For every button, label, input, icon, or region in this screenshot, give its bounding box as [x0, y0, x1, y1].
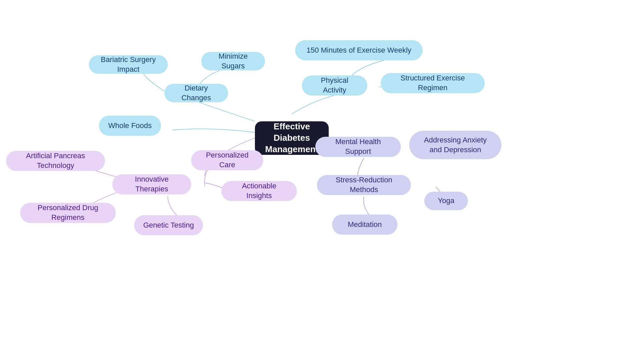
genetic-testing-node: Genetic Testing	[134, 215, 203, 235]
whole-foods-node: Whole Foods	[99, 116, 161, 136]
exercise-minutes-node: 150 Minutes of Exercise Weekly	[295, 40, 423, 60]
minimize-sugars-node: Minimize Sugars	[201, 52, 265, 70]
artificial-pancreas-node: Artificial Pancreas Technology	[6, 151, 105, 171]
yoga-node: Yoga	[424, 192, 468, 210]
innovative-therapies-node: Innovative Therapies	[112, 174, 191, 194]
stress-reduction-node: Stress-Reduction Methods	[317, 175, 411, 195]
personalized-care-node: Personalized Care	[191, 150, 263, 170]
bariatric-surgery-node: Bariatric Surgery Impact	[89, 55, 168, 74]
actionable-insights-node: Actionable Insights	[221, 181, 297, 201]
meditation-node: Meditation	[332, 215, 397, 235]
dietary-changes-node: Dietary Changes	[164, 84, 228, 102]
structured-exercise-node: Structured Exercise Regimen	[381, 73, 485, 93]
addressing-anxiety-node: Addressing Anxiety and Depression	[409, 131, 501, 159]
personalized-drug-node: Personalized Drug Regimens	[20, 203, 116, 223]
physical-activity-node: Physical Activity	[302, 75, 367, 96]
mental-health-support-node: Mental Health Support	[315, 137, 401, 157]
